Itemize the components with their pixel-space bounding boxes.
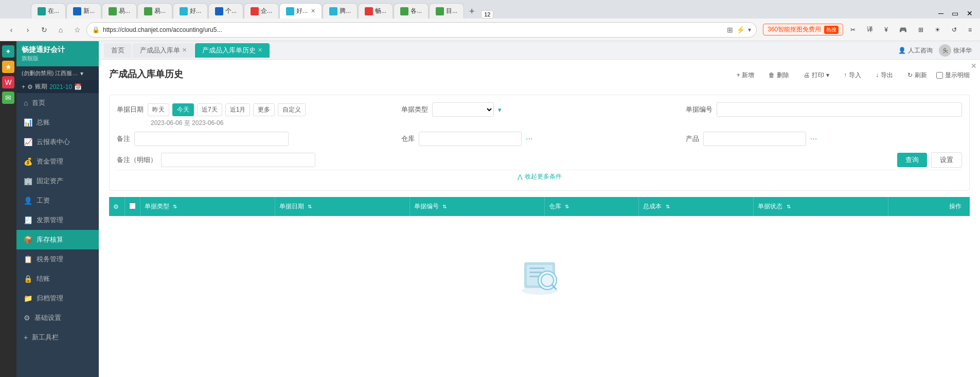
sidebar-item-invoice[interactable]: 🧾 发票管理	[16, 210, 99, 230]
export-btn[interactable]: ↓ 导出	[870, 68, 898, 82]
warehouse-dots-btn[interactable]: ···	[526, 134, 532, 143]
human-service-btn[interactable]: 👤 人工咨询	[898, 46, 933, 55]
search-360[interactable]: 360智能抠图免费用 热搜	[763, 24, 843, 35]
warehouse-input[interactable]	[419, 132, 522, 146]
tab-7[interactable]: 企...	[244, 3, 279, 19]
sidebar-item-ledger[interactable]: 📊 总账	[16, 113, 99, 132]
sidebar-item-label-invoice: 发票管理	[37, 216, 63, 225]
last-month-btn[interactable]: 近1月	[225, 103, 251, 116]
add-icon[interactable]: +	[22, 83, 25, 91]
last7-btn[interactable]: 近7天	[197, 103, 222, 116]
tab-6[interactable]: 个...	[208, 3, 243, 19]
settings-query-btn[interactable]: 设置	[931, 152, 962, 168]
app-logo[interactable]: ✦	[2, 45, 14, 58]
sidebar-company[interactable]: (勿删勿禁用) 江西服宝测试专用 ▾	[16, 66, 99, 80]
collapse-btn[interactable]: ⋀ 收起更多条件	[117, 170, 962, 183]
display-detail-toggle[interactable]: 显示明细	[936, 71, 970, 80]
sidebar-item-report[interactable]: 📈 云报表中心	[16, 132, 99, 152]
page-tab-inventory-history[interactable]: 产成品入库单历史 ✕	[195, 43, 270, 58]
sidebar-item-payroll[interactable]: 👤 工资	[16, 191, 99, 210]
address-dropdown-icon[interactable]: ▾	[748, 26, 751, 33]
grid-btn[interactable]: ⊞	[914, 23, 928, 37]
bookmark-button[interactable]: ☆	[70, 23, 84, 37]
page-tab-home[interactable]: 首页	[104, 43, 132, 58]
product-input[interactable]	[703, 132, 806, 146]
tab-2[interactable]: 新...	[66, 3, 101, 19]
browser-menu-btn[interactable]: ≡	[964, 23, 976, 37]
game-btn[interactable]: 🎮	[895, 23, 911, 37]
sidebar-item-tax[interactable]: 📋 税务管理	[16, 249, 99, 269]
sidebar-item-fixed[interactable]: 🏢 固定资产	[16, 171, 99, 191]
user-name[interactable]: 头 徐泽华	[939, 44, 972, 57]
minimize-button[interactable]: ─	[935, 8, 947, 19]
sidebar-item-home[interactable]: ⌂ 首页	[16, 93, 99, 113]
home-browser-button[interactable]: ⌂	[54, 23, 68, 37]
sidebar-item-settings[interactable]: ⚙ 基础设置	[16, 308, 99, 328]
refresh-browser-button[interactable]: ↻	[37, 23, 51, 37]
close-browser-button[interactable]: ✕	[964, 8, 976, 19]
sidebar-item-archive[interactable]: 📁 归档管理	[16, 289, 99, 308]
new-btn[interactable]: + 新增	[732, 68, 759, 82]
tab-8[interactable]: 好... ✕	[279, 3, 322, 19]
calendar-icon[interactable]: 📅	[74, 83, 82, 91]
page-tabs: 首页 产成品入库单 ✕ 产成品入库单历史 ✕	[99, 41, 980, 60]
type-select[interactable]	[432, 102, 494, 117]
tab-10[interactable]: 畅...	[358, 3, 393, 19]
select-all-checkbox[interactable]	[129, 203, 136, 209]
col-type-header[interactable]: 单据类型 ⇅	[140, 197, 275, 216]
tab-close-inventory-history[interactable]: ✕	[258, 47, 262, 53]
tab-9[interactable]: 腾...	[323, 3, 358, 19]
tab-close-inventory-list[interactable]: ✕	[182, 47, 187, 53]
tab-close-8[interactable]: ✕	[311, 8, 315, 14]
query-btn[interactable]: 查询	[897, 153, 927, 167]
sidebar-item-new-tool[interactable]: + 新工具栏	[16, 328, 99, 347]
new-tab-button[interactable]: +	[465, 4, 479, 19]
col-cost-header[interactable]: 总成本 ⇅	[639, 197, 754, 216]
product-dots-btn[interactable]: ···	[810, 134, 817, 143]
col-warehouse-header[interactable]: 仓库 ⇅	[544, 197, 639, 216]
sidebar-item-inventory[interactable]: 📦 库存核算	[16, 230, 99, 249]
lightning-icon[interactable]: ⚡	[736, 26, 745, 34]
print-btn[interactable]: 🖨 打印 ▾	[798, 68, 834, 82]
detail-remark-input[interactable]	[161, 153, 315, 167]
theme-btn[interactable]: ☀	[931, 23, 945, 37]
col-status-header[interactable]: 单据状态 ⇅	[754, 197, 888, 216]
yesterday-btn[interactable]: 昨天	[148, 103, 169, 116]
restore-button[interactable]: ▭	[949, 8, 961, 19]
sidebar-item-closing[interactable]: 🔒 结账	[16, 269, 99, 289]
forward-button[interactable]: ›	[21, 23, 35, 37]
translate-btn[interactable]: 译	[863, 23, 877, 37]
undo-btn[interactable]: ↺	[948, 23, 961, 37]
scissors-toolbar[interactable]: ✂	[846, 23, 860, 37]
tab-1[interactable]: 在...	[31, 3, 66, 19]
yuan-btn[interactable]: ¥	[880, 23, 892, 37]
more-btn[interactable]: 更多	[253, 103, 275, 116]
back-button[interactable]: ‹	[4, 23, 19, 37]
sidebar-icon-2[interactable]: W	[2, 76, 14, 88]
panel-close-btn[interactable]: ✕	[968, 60, 980, 72]
col-number-header[interactable]: 单据编号 ⇅	[409, 197, 544, 216]
number-input[interactable]	[717, 102, 962, 117]
tab-11[interactable]: 各...	[394, 3, 429, 19]
today-btn[interactable]: 今天	[172, 103, 194, 116]
sidebar-icon-1[interactable]: ★	[2, 61, 14, 73]
col-date-header[interactable]: 单据日期 ⇅	[275, 197, 409, 216]
col-check-header[interactable]	[124, 197, 140, 216]
address-bar[interactable]: 🔒 https://cloud.chanjet.com/accounting/u…	[86, 22, 757, 38]
sidebar-item-fund[interactable]: 💰 资金管理	[16, 152, 99, 171]
custom-btn[interactable]: 自定义	[278, 103, 306, 116]
tab-4[interactable]: 易...	[137, 3, 172, 19]
remark-input[interactable]	[134, 132, 289, 146]
import-btn[interactable]: ↑ 导入	[839, 68, 866, 82]
settings-icon-sidebar[interactable]: ⚙	[27, 83, 33, 91]
refresh-btn[interactable]: ↻ 刷新	[902, 68, 932, 82]
tab-12[interactable]: 目...	[429, 3, 464, 19]
col-gear-header[interactable]: ⚙	[109, 197, 124, 216]
extensions-icon[interactable]: ⊞	[727, 26, 733, 34]
sidebar-icon-3[interactable]: ✉	[2, 92, 14, 104]
display-detail-checkbox[interactable]	[936, 72, 943, 79]
tab-3[interactable]: 易...	[102, 3, 137, 19]
tab-5[interactable]: 好...	[173, 3, 208, 19]
page-tab-inventory-list[interactable]: 产成品入库单 ✕	[133, 43, 194, 58]
delete-btn[interactable]: 🗑 删除	[763, 68, 794, 82]
